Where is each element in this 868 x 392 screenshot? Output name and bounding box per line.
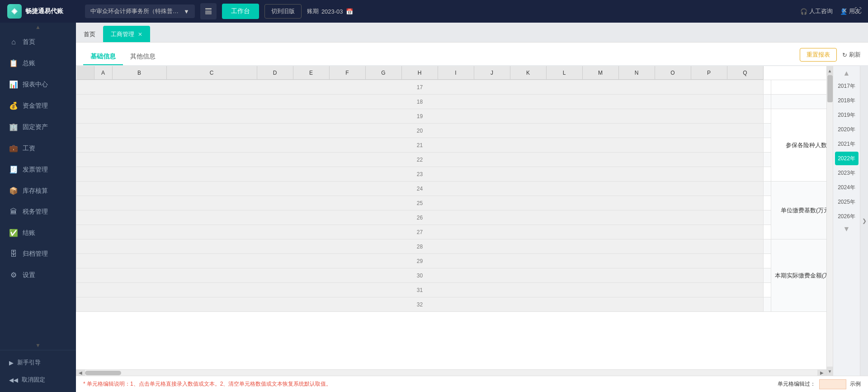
top-header: 畅捷通易代账 中审众环会计师事务所（特殊普通合伙... ▼ 工作台 切到旧版 账… bbox=[0, 0, 868, 23]
year-item-2019[interactable]: 2019年 bbox=[835, 108, 859, 122]
tab-home[interactable]: 首页 bbox=[76, 26, 103, 42]
table-row: 31 参加工伤保险本期实际缴费金额 bbox=[76, 283, 827, 297]
sidebar-item-tax[interactable]: 🏛 税务管理 bbox=[0, 201, 76, 222]
row-num-23: 23 bbox=[76, 167, 764, 182]
sub-tab-other[interactable]: 其他信息 bbox=[123, 49, 163, 65]
close-window-button[interactable]: ✕ bbox=[840, 5, 849, 17]
year-nav-up[interactable]: ▲ bbox=[838, 68, 856, 79]
cell-31-A[interactable] bbox=[764, 283, 771, 297]
year-item-2020[interactable]: 2020年 bbox=[835, 123, 859, 136]
sidebar-item-salary[interactable]: 💼 工资 bbox=[0, 138, 76, 159]
cell-26-A[interactable] bbox=[764, 210, 771, 225]
sidebar-item-archive[interactable]: 🗄 归档管理 bbox=[0, 244, 76, 264]
year-item-2023[interactable]: 2023年 bbox=[835, 166, 859, 180]
year-item-2025[interactable]: 2025年 bbox=[835, 195, 859, 209]
sidebar-item-ledger[interactable]: 📋 总账 bbox=[0, 53, 76, 74]
archive-icon-btn[interactable] bbox=[200, 3, 217, 19]
tax-icon: 🏛 bbox=[9, 208, 18, 216]
col-header-K: K bbox=[510, 66, 547, 80]
cell-24-A[interactable] bbox=[764, 182, 771, 196]
refresh-button[interactable]: ↻ 刷新 bbox=[842, 51, 861, 59]
year-item-2017[interactable]: 2017年 bbox=[835, 79, 859, 93]
right-panel-collapse[interactable]: ❯ bbox=[860, 66, 868, 376]
row-num-20: 20 bbox=[76, 124, 764, 138]
old-version-button[interactable]: 切到旧版 bbox=[264, 4, 302, 19]
cell-17-B[interactable]: 从业人数 bbox=[771, 80, 827, 95]
collapse-icon[interactable]: ❯ bbox=[860, 212, 868, 230]
sub-tab-basic-label: 基础信息 bbox=[90, 53, 116, 60]
h-scroll-right[interactable]: ▶ bbox=[817, 370, 826, 376]
sidebar-item-report[interactable]: 📊 报表中心 bbox=[0, 74, 76, 95]
cell-19-A[interactable] bbox=[764, 109, 771, 124]
sidebar-scroll-down[interactable]: ▼ bbox=[0, 341, 76, 350]
corner-header bbox=[76, 66, 94, 80]
cell-18-B[interactable]: 女性从业人员 bbox=[771, 95, 827, 109]
table-row: 21 职工基本医疗保险 bbox=[76, 138, 827, 153]
h-scroll-track[interactable] bbox=[85, 370, 817, 376]
row-num-29: 29 bbox=[76, 254, 764, 268]
expand-window-button[interactable]: ⛶ bbox=[853, 5, 863, 17]
year-label-2017: 2017年 bbox=[838, 82, 855, 90]
sidebar-label-asset: 固定资产 bbox=[23, 123, 48, 131]
sidebar-item-unpin[interactable]: ◀◀ 取消固定 bbox=[0, 371, 76, 388]
cell-30-A[interactable] bbox=[764, 268, 771, 283]
h-scroll-thumb[interactable] bbox=[85, 371, 121, 375]
cell-21-A[interactable] bbox=[764, 138, 771, 153]
year-item-2024[interactable]: 2024年 bbox=[835, 181, 859, 194]
v-scroll-thumb[interactable] bbox=[827, 75, 833, 102]
tab-close-button[interactable]: ✕ bbox=[138, 31, 142, 38]
service-button[interactable]: 🎧 人工咨询 bbox=[800, 7, 833, 15]
sidebar-item-inventory[interactable]: 📦 库存核算 bbox=[0, 180, 76, 201]
bottom-bar-right: 单元格编辑过： 示例 bbox=[778, 379, 861, 389]
sidebar-label-home: 首页 bbox=[23, 38, 35, 46]
row-num-24: 24 bbox=[76, 182, 764, 196]
col-header-J: J bbox=[474, 66, 510, 80]
sidebar-item-home[interactable]: ⌂ 首页 bbox=[0, 32, 76, 53]
year-item-2026[interactable]: 2026年 bbox=[835, 210, 859, 223]
v-scroll-down[interactable]: ▼ bbox=[827, 367, 833, 376]
year-item-2021[interactable]: 2021年 bbox=[835, 137, 859, 151]
sidebar-item-settle[interactable]: ✅ 结账 bbox=[0, 222, 76, 244]
sub-tab-basic[interactable]: 基础信息 bbox=[83, 49, 123, 65]
cell-22-A[interactable] bbox=[764, 153, 771, 167]
tab-business[interactable]: 工商管理 ✕ bbox=[103, 26, 150, 42]
cell-17-A[interactable] bbox=[764, 80, 771, 95]
sidebar-item-asset[interactable]: 🏢 固定资产 bbox=[0, 116, 76, 138]
settings-icon: ⚙ bbox=[9, 271, 18, 279]
calendar-icon[interactable]: 📅 bbox=[346, 8, 353, 15]
col-header-F: F bbox=[330, 66, 366, 80]
sidebar-item-invoice[interactable]: 🧾 发票管理 bbox=[0, 159, 76, 180]
cell-edited-label: 单元格编辑过： bbox=[778, 380, 816, 388]
reset-button[interactable]: 重置报表 bbox=[800, 48, 837, 62]
h-scrollbar[interactable]: ◀ ▶ bbox=[76, 369, 826, 376]
v-scrollbar[interactable]: ▲ ▼ bbox=[826, 66, 833, 376]
v-scroll-up[interactable]: ▲ bbox=[827, 66, 833, 75]
year-nav-down[interactable]: ▼ bbox=[838, 224, 856, 234]
col-header-I: I bbox=[438, 66, 474, 80]
sidebar-item-settings[interactable]: ⚙ 设置 bbox=[0, 264, 76, 286]
cell-27-A[interactable] bbox=[764, 225, 771, 239]
year-item-2022[interactable]: 2022年 bbox=[835, 152, 859, 165]
cell-29-A[interactable] bbox=[764, 254, 771, 268]
table-row: 19 参保各险种人数 城镇职工基本养老保险 bbox=[76, 109, 827, 124]
company-selector[interactable]: 中审众环会计师事务所（特殊普通合伙... ▼ bbox=[85, 5, 195, 18]
cell-28-A[interactable] bbox=[764, 239, 771, 254]
cell-19-B: 参保各险种人数 bbox=[771, 109, 827, 182]
sidebar-item-newuser[interactable]: ▶ 新手引导 bbox=[0, 354, 76, 371]
spreadsheet-container[interactable]: A B C D E F G H I J K L bbox=[76, 66, 826, 369]
year-item-2018[interactable]: 2018年 bbox=[835, 94, 859, 107]
cell-25-A[interactable] bbox=[764, 196, 771, 210]
h-scroll-left[interactable]: ◀ bbox=[76, 370, 85, 376]
cell-32-A[interactable] bbox=[764, 297, 771, 312]
cell-18-A[interactable] bbox=[764, 95, 771, 109]
sidebar-item-capital[interactable]: 💰 资金管理 bbox=[0, 95, 76, 116]
sidebar-scroll-up[interactable]: ▲ bbox=[0, 23, 76, 32]
main-content: 首页 工商管理 ✕ 基础信息 其他信息 重置报表 ↻ 刷新 bbox=[76, 23, 868, 392]
cell-20-A[interactable] bbox=[764, 124, 771, 138]
col-header-G: G bbox=[366, 66, 402, 80]
sidebar-label-capital: 资金管理 bbox=[23, 102, 48, 110]
sub-tabs-bar: 基础信息 其他信息 重置报表 ↻ 刷新 bbox=[76, 43, 868, 66]
workbench-button[interactable]: 工作台 bbox=[222, 4, 259, 19]
row-num-30: 30 bbox=[76, 268, 764, 283]
cell-23-A[interactable] bbox=[764, 167, 771, 182]
